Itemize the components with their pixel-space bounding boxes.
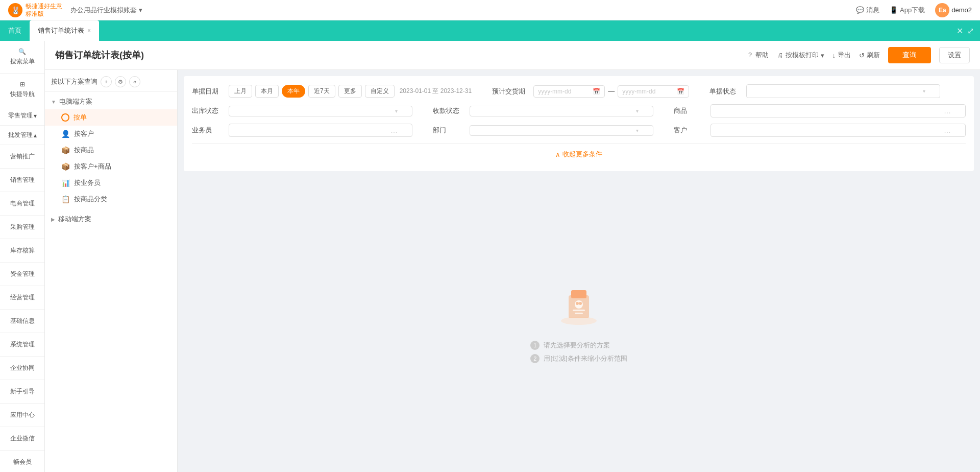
plan-settings-button[interactable]: ⚙ [115, 76, 126, 87]
svg-point-3 [575, 300, 583, 309]
date-buttons: 上月 本月 本年 近7天 更多 自定义 2023-01-01 至 2023-12… [229, 85, 472, 98]
empty-tip-2: 2 用[过滤]条件来缩小分析范围 [530, 354, 627, 363]
collapse-icon: ∧ [555, 151, 560, 158]
department-select[interactable]: ▾ [470, 125, 653, 136]
plan-item-by-product[interactable]: 📦 按商品 [45, 142, 177, 158]
message-action[interactable]: 💬 消息 [856, 6, 879, 15]
calendar-icon-end: 📅 [677, 88, 684, 95]
chevron-down-icon: ▾ [34, 112, 37, 120]
message-icon: 💬 [856, 6, 864, 14]
print-button[interactable]: 🖨 按模板打印 ▾ [777, 51, 824, 60]
chevron-down-icon: ▾ [821, 52, 824, 59]
product-icon: 📦 [61, 146, 70, 154]
sidebar-item-wechat[interactable]: 企业微信 [0, 427, 44, 451]
add-plan-button[interactable]: + [101, 76, 112, 87]
category-icon: 📋 [61, 195, 70, 203]
close-window-icon[interactable]: ✕ [957, 26, 963, 36]
refresh-icon: ↺ [859, 52, 865, 59]
page-header-actions: ？ 帮助 🖨 按模板打印 ▾ ↓ 导出 ↺ 刷新 查询 设置 [747, 47, 970, 69]
print-icon: 🖨 [777, 52, 783, 59]
bill-date-label: 单据日期 [192, 87, 220, 96]
empty-tip-1: 1 请先选择要分析的方案 [530, 341, 627, 350]
collapse-panel-button[interactable]: « [129, 76, 140, 87]
chevron-right-icon: ▶ [51, 217, 55, 222]
date-range-text: 2023-01-01 至 2023-12-31 [400, 87, 472, 96]
search-icon: 🔍 [18, 48, 26, 55]
sidebar-item-sales[interactable]: 销售管理 [0, 169, 44, 192]
payment-status-label: 收款状态 [433, 106, 461, 115]
sidebar-item-appcenter[interactable]: 应用中心 [0, 404, 44, 427]
date-btn-last-month[interactable]: 上月 [229, 85, 252, 98]
account-selector[interactable]: 办公用品行业模拟账套 ▾ [66, 4, 146, 17]
sidebar-item-newbie[interactable]: 新手引导 [0, 380, 44, 404]
date-btn-this-month[interactable]: 本月 [255, 85, 279, 98]
top-bar: 🐰 畅捷通好生意 标准版 办公用品行业模拟账套 ▾ 💬 消息 📱 App下载 E… [0, 0, 980, 20]
desktop-plan-group-header[interactable]: ▼ 电脑端方案 [45, 94, 177, 109]
shipment-status-select[interactable]: ▾ [229, 106, 412, 116]
mobile-plan-group-header[interactable]: ▶ 移动端方案 [45, 211, 177, 227]
tab-close-icon[interactable]: × [87, 27, 91, 34]
user-area[interactable]: Ea demo2 [935, 3, 972, 17]
maximize-icon[interactable]: ⤢ [967, 26, 974, 36]
left-panel: 按以下方案查询 + ⚙ « ▼ 电脑端方案 按单 👤 [45, 70, 178, 472]
svg-point-4 [576, 302, 579, 305]
bill-status-label: 单据状态 [709, 87, 738, 96]
app-download-action[interactable]: 📱 App下载 [890, 6, 925, 15]
date-start-input[interactable]: yyyy-mm-dd 📅 [533, 85, 605, 98]
settings-button[interactable]: 设置 [939, 47, 970, 63]
export-icon: ↓ [832, 52, 836, 59]
sidebar-quick-nav[interactable]: ⊞ 快捷导航 [0, 74, 44, 106]
date-btn-more[interactable]: 更多 [338, 85, 362, 98]
chevron-down-icon: ▾ [139, 6, 142, 14]
refresh-button[interactable]: ↺ 刷新 [859, 51, 880, 60]
sidebar-item-enterprise[interactable]: 企业协同 [0, 357, 44, 380]
help-button[interactable]: ？ 帮助 [747, 51, 769, 60]
sidebar-item-retail[interactable]: 零售管理 ▾ [0, 106, 44, 126]
export-button[interactable]: ↓ 导出 [832, 51, 851, 60]
date-btn-this-year[interactable]: 本年 [282, 85, 305, 98]
sidebar-search[interactable]: 🔍 搜索菜单 [0, 41, 44, 74]
sidebar-item-marketing[interactable]: 营销推广 [0, 145, 44, 169]
plan-item-by-order[interactable]: 按单 [45, 109, 177, 126]
bill-status-select[interactable]: ▾ [746, 84, 940, 98]
main-layout: 🔍 搜索菜单 ⊞ 快捷导航 零售管理 ▾ 批发管理 ▴ 营销推广 销售管理 电商… [0, 41, 980, 472]
tab-home[interactable]: 首页 [0, 20, 30, 41]
sidebar-item-wholesale[interactable]: 批发管理 ▴ [0, 126, 44, 145]
svg-point-5 [579, 302, 582, 305]
sidebar-item-operations[interactable]: 经营管理 [0, 286, 44, 310]
query-button[interactable]: 查询 [888, 47, 931, 63]
sidebar-item-inventory[interactable]: 库存核算 [0, 239, 44, 263]
date-btn-last-7days[interactable]: 近7天 [308, 85, 335, 98]
tab-sales-order-stats[interactable]: 销售订单统计表 × [30, 20, 99, 41]
sidebar-item-vip[interactable]: 畅会员 [0, 451, 44, 472]
goods-select[interactable]: … [710, 104, 966, 117]
salesperson-select[interactable]: … [229, 124, 412, 137]
sidebar-item-finance[interactable]: 资金管理 [0, 263, 44, 286]
retail-label: 零售管理 [8, 111, 33, 120]
filter-row-3: 业务员 … 部门 ▾ 客户 … [192, 124, 966, 137]
top-bar-left: 🐰 畅捷通好生意 标准版 办公用品行业模拟账套 ▾ [8, 3, 146, 17]
date-btn-custom[interactable]: 自定义 [365, 85, 395, 98]
collapse-button[interactable]: ∧ 收起更多条件 [192, 146, 966, 163]
plan-item-by-cust-prod[interactable]: 📦 按客户+商品 [45, 158, 177, 175]
plan-item-by-customer[interactable]: 👤 按客户 [45, 126, 177, 142]
salesperson-label: 业务员 [192, 126, 220, 135]
salesperson-icon: 📊 [61, 179, 70, 187]
plan-item-by-category[interactable]: 📋 按商品分类 [45, 191, 177, 207]
calendar-icon: 📅 [593, 88, 600, 95]
sidebar-item-ecommerce[interactable]: 电商管理 [0, 192, 44, 216]
sidebar-item-basic[interactable]: 基础信息 [0, 310, 44, 333]
page-header: 销售订单统计表(按单) ？ 帮助 🖨 按模板打印 ▾ ↓ 导出 ↺ 刷新 [45, 41, 980, 70]
sidebar-item-system[interactable]: 系统管理 [0, 333, 44, 357]
payment-status-select[interactable]: ▾ [470, 106, 653, 116]
tip-num-2: 2 [530, 354, 540, 363]
date-dash: — [608, 87, 615, 95]
date-end-input[interactable]: yyyy-mm-dd 📅 [618, 85, 689, 98]
customer-label: 客户 [674, 126, 702, 135]
svg-rect-7 [575, 313, 583, 314]
chevron-down-icon: ▼ [51, 99, 56, 105]
customer-select[interactable]: … [710, 124, 966, 137]
avatar: Ea [935, 3, 949, 17]
sidebar-item-purchase[interactable]: 采购管理 [0, 216, 44, 239]
plan-item-by-salesperson[interactable]: 📊 按业务员 [45, 175, 177, 191]
